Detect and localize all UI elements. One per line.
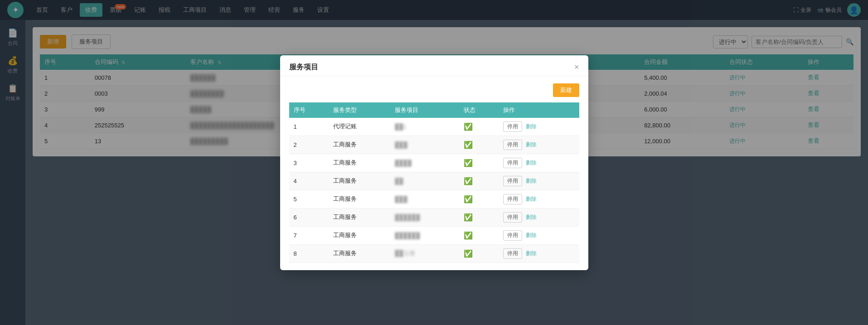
modal-cell-type: 工商服务 (329, 208, 390, 226)
status-check-icon: ✅ (464, 213, 473, 221)
modal-table-row: 3 工商服务 ████ ✅ 停用 删除 (289, 154, 579, 172)
delete-button[interactable]: 删除 (526, 123, 537, 131)
modal-cell-seq: 2 (289, 136, 329, 154)
modal-col-item: 服务项目 (390, 102, 459, 118)
modal-overlay[interactable]: 服务项目 × 新建 序号 服务类型 服务项目 状态 操作 (0, 0, 868, 325)
modal-cell-item: ████ (390, 154, 459, 172)
modal-table-row: 8 工商服务 ██注册 ✅ 停用 删除 (289, 244, 579, 262)
stop-button[interactable]: 停用 (503, 248, 522, 259)
delete-button[interactable]: 删除 (526, 232, 537, 239)
status-check-icon: ✅ (464, 232, 473, 239)
delete-button[interactable]: 删除 (526, 250, 537, 257)
modal-body: 新建 序号 服务类型 服务项目 状态 操作 (280, 76, 588, 270)
stop-button[interactable]: 停用 (503, 121, 522, 132)
modal-col-action: 操作 (499, 102, 579, 118)
modal-cell-status: ✅ (459, 154, 499, 172)
stop-button[interactable]: 停用 (503, 194, 522, 204)
modal-col-type: 服务类型 (329, 102, 390, 118)
modal-cell-item: ██ (390, 172, 459, 190)
modal-table-row: 7 工商服务 ██████ ✅ 停用 删除 (289, 226, 579, 244)
modal-cell-seq: 7 (289, 226, 329, 244)
modal-table-row: 5 工商服务 ███ ✅ 停用 删除 (289, 190, 579, 208)
modal-cell-action[interactable]: 停用 删除 (499, 136, 579, 154)
stop-button[interactable]: 停用 (503, 140, 522, 150)
modal-cell-seq: 5 (289, 190, 329, 208)
modal-col-seq: 序号 (289, 102, 329, 118)
status-check-icon: ✅ (464, 250, 473, 257)
status-check-icon: ✅ (464, 123, 473, 131)
modal-header: 服务项目 × (280, 55, 588, 76)
modal-toolbar: 新建 (289, 83, 579, 97)
modal-title: 服务项目 (289, 63, 318, 72)
modal-cell-seq: 8 (289, 244, 329, 262)
modal-cell-action[interactable]: 停用 删除 (499, 154, 579, 172)
status-check-icon: ✅ (464, 159, 473, 167)
modal-cell-item: ██████ (390, 226, 459, 244)
modal-table-row: 2 工商服务 ███ ✅ 停用 删除 (289, 136, 579, 154)
modal-cell-status: ✅ (459, 136, 499, 154)
modal-cell-type: 代理记账 (329, 118, 390, 136)
modal-table-wrap[interactable]: 序号 服务类型 服务项目 状态 操作 1 代理记账 ██1 ✅ 停用 删除 2 (289, 102, 579, 263)
modal-cell-action[interactable]: 停用 删除 (499, 118, 579, 136)
status-check-icon: ✅ (464, 177, 473, 185)
stop-button[interactable]: 停用 (503, 212, 522, 223)
delete-button[interactable]: 删除 (526, 159, 537, 167)
modal-cell-type: 工商服务 (329, 244, 390, 262)
modal-cell-status: ✅ (459, 172, 499, 190)
modal-cell-status: ✅ (459, 190, 499, 208)
modal-cell-type: 工商服务 (329, 190, 390, 208)
modal-cell-item: ███ (390, 136, 459, 154)
status-check-icon: ✅ (464, 141, 473, 149)
modal-cell-item: ███ (390, 190, 459, 208)
modal-table-row: 4 工商服务 ██ ✅ 停用 删除 (289, 172, 579, 190)
modal-cell-item: ██1 (390, 118, 459, 136)
modal-cell-type: 工商服务 (329, 136, 390, 154)
delete-button[interactable]: 删除 (526, 213, 537, 221)
modal-cell-seq: 3 (289, 154, 329, 172)
status-check-icon: ✅ (464, 195, 473, 203)
modal-cell-seq: 1 (289, 118, 329, 136)
modal-cell-action[interactable]: 停用 删除 (499, 172, 579, 190)
modal-service-table: 序号 服务类型 服务项目 状态 操作 1 代理记账 ██1 ✅ 停用 删除 2 (289, 102, 579, 263)
modal-cell-action[interactable]: 停用 删除 (499, 208, 579, 226)
stop-button[interactable]: 停用 (503, 176, 522, 186)
delete-button[interactable]: 删除 (526, 195, 537, 203)
modal-cell-type: 工商服务 (329, 226, 390, 244)
modal-cell-action[interactable]: 停用 删除 (499, 190, 579, 208)
service-items-modal: 服务项目 × 新建 序号 服务类型 服务项目 状态 操作 (280, 55, 588, 270)
modal-table-row: 6 工商服务 ██████ ✅ 停用 删除 (289, 208, 579, 226)
modal-cell-status: ✅ (459, 226, 499, 244)
modal-cell-status: ✅ (459, 244, 499, 262)
modal-cell-status: ✅ (459, 118, 499, 136)
modal-col-status: 状态 (459, 102, 499, 118)
modal-close-button[interactable]: × (574, 63, 579, 71)
modal-cell-type: 工商服务 (329, 154, 390, 172)
modal-cell-seq: 6 (289, 208, 329, 226)
modal-cell-item: ██████ (390, 208, 459, 226)
modal-cell-status: ✅ (459, 208, 499, 226)
modal-cell-seq: 4 (289, 172, 329, 190)
stop-button[interactable]: 停用 (503, 230, 522, 241)
modal-new-button[interactable]: 新建 (553, 83, 579, 97)
modal-cell-action[interactable]: 停用 删除 (499, 226, 579, 244)
delete-button[interactable]: 删除 (526, 177, 537, 185)
modal-cell-item: ██注册 (390, 244, 459, 262)
modal-table-row: 1 代理记账 ██1 ✅ 停用 删除 (289, 118, 579, 136)
modal-cell-type: 工商服务 (329, 172, 390, 190)
modal-cell-action[interactable]: 停用 删除 (499, 244, 579, 262)
stop-button[interactable]: 停用 (503, 158, 522, 168)
delete-button[interactable]: 删除 (526, 141, 537, 149)
